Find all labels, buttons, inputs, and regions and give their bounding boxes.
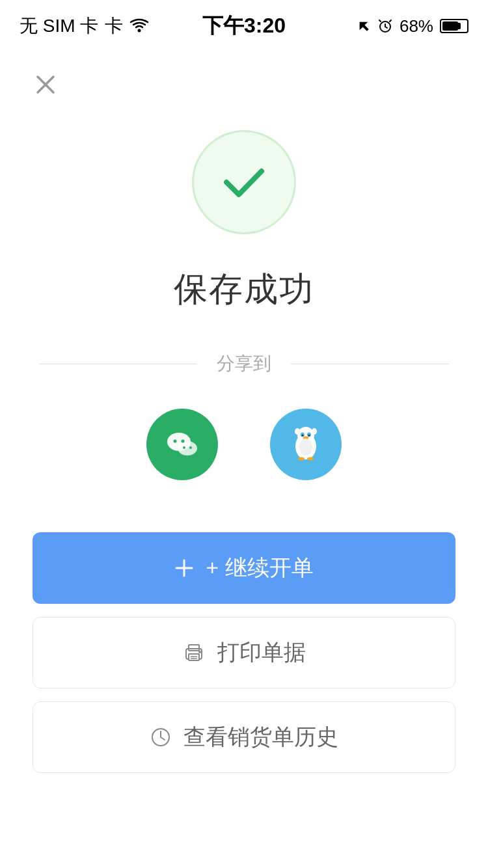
divider-left — [39, 364, 197, 364]
share-row — [146, 409, 342, 480]
status-bar: 无 SIM 卡 卡 下午3:20 68% — [0, 0, 488, 52]
close-button[interactable] — [26, 65, 65, 104]
plus-icon — [174, 558, 194, 578]
status-time: 下午3:20 — [202, 12, 286, 40]
clock-icon — [150, 726, 172, 748]
carrier-text: 无 SIM 卡 — [20, 14, 98, 38]
svg-rect-27 — [189, 645, 199, 651]
history-label: 查看销货单历史 — [183, 722, 338, 752]
success-circle — [192, 130, 296, 234]
svg-rect-28 — [189, 654, 199, 660]
printer-icon — [182, 641, 206, 664]
wifi-icon — [129, 18, 149, 34]
svg-point-19 — [299, 439, 312, 455]
history-button[interactable]: 查看销货单历史 — [33, 701, 455, 773]
svg-point-7 — [178, 441, 197, 455]
wechat-share-button[interactable] — [146, 409, 218, 480]
svg-point-9 — [181, 439, 184, 442]
divider-right — [291, 364, 449, 364]
svg-point-11 — [189, 446, 192, 449]
svg-point-31 — [198, 651, 201, 653]
qq-share-button[interactable] — [270, 409, 342, 480]
print-label: 打印单据 — [217, 638, 306, 668]
qq-icon — [285, 424, 327, 466]
wechat-icon — [161, 424, 204, 466]
share-divider: 分享到 — [0, 351, 488, 376]
share-label: 分享到 — [197, 351, 291, 376]
battery-icon — [440, 19, 468, 33]
continue-label: + 继续开单 — [206, 553, 313, 583]
svg-point-20 — [298, 457, 305, 460]
continue-button[interactable]: + 继续开单 — [33, 532, 455, 604]
svg-point-22 — [295, 428, 300, 435]
battery-percent: 68% — [400, 16, 433, 36]
svg-line-3 — [385, 27, 387, 28]
svg-point-10 — [183, 446, 185, 449]
sim-icon: 卡 — [105, 14, 123, 38]
main-content: 保存成功 分享到 — [0, 52, 488, 773]
actions-section: + 继续开单 打印单据 查看销货单历史 — [0, 532, 488, 773]
svg-point-23 — [312, 428, 317, 435]
print-button[interactable]: 打印单据 — [33, 617, 455, 688]
svg-line-34 — [161, 737, 165, 740]
svg-point-0 — [138, 29, 141, 33]
status-right: 68% — [357, 16, 468, 36]
alarm-icon — [377, 18, 393, 34]
svg-point-16 — [301, 434, 303, 436]
svg-point-17 — [308, 434, 310, 436]
status-left: 无 SIM 卡 卡 — [20, 14, 149, 38]
location-icon — [357, 19, 371, 33]
svg-point-8 — [173, 439, 176, 442]
checkmark-icon — [215, 153, 273, 211]
success-title: 保存成功 — [174, 267, 314, 312]
svg-point-21 — [307, 457, 314, 460]
